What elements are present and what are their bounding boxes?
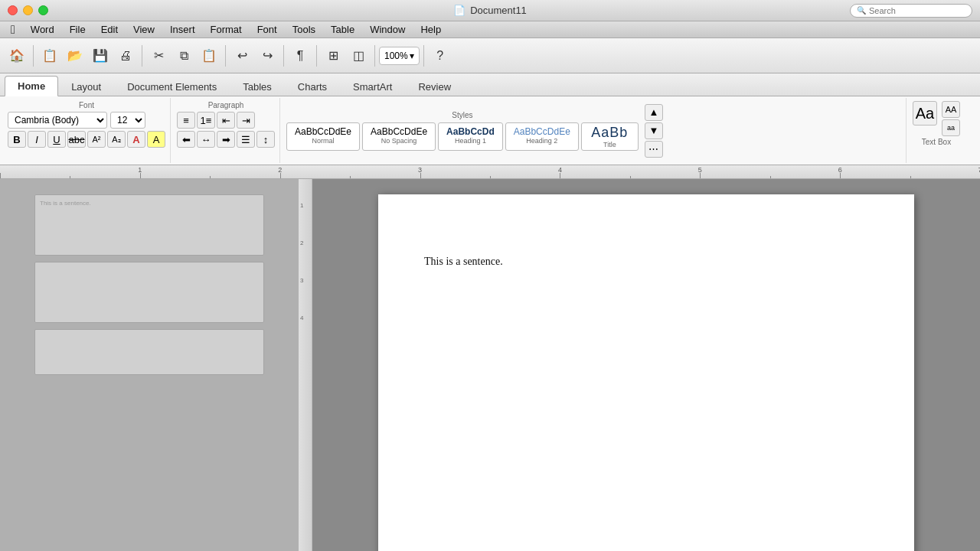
document-content: This is a sentence. — [424, 256, 868, 268]
sidebar-toggle[interactable]: ◫ — [346, 44, 371, 68]
main-area: This is a sentence. 1 2 3 4 This is a se… — [0, 179, 980, 551]
change-styles-button[interactable]: Aa — [913, 101, 937, 126]
open-button[interactable]: 📂 — [63, 44, 87, 68]
view-toggle[interactable]: ⊞ — [321, 44, 345, 68]
textbox-label: Text Box — [922, 138, 951, 146]
font-color-button[interactable]: A — [127, 131, 145, 148]
vruler-4: 4 — [300, 315, 312, 321]
new-button[interactable]: 📋 — [38, 44, 62, 68]
undo-button[interactable]: ↩ — [230, 44, 254, 68]
doc-icon: 📄 — [453, 5, 466, 16]
document-page: This is a sentence. — [378, 194, 914, 551]
tab-smartart[interactable]: SmartArt — [340, 77, 405, 96]
print-button[interactable]: 🖨 — [113, 44, 138, 68]
textbox-icon-row: Aa AA aa — [913, 101, 960, 136]
superscript-button[interactable]: A² — [87, 131, 106, 148]
line-spacing-button[interactable]: ↕ — [256, 131, 275, 148]
tab-charts[interactable]: Charts — [285, 77, 340, 96]
menu-table[interactable]: Table — [325, 23, 361, 36]
search-input[interactable] — [869, 6, 969, 15]
italic-button[interactable]: I — [28, 131, 46, 148]
font-family-select[interactable]: Cambria (Body) — [8, 112, 107, 129]
cut-button[interactable]: ✂ — [146, 44, 171, 68]
style-title[interactable]: AaBb Title — [581, 122, 639, 151]
home-button[interactable]: 🏠 — [5, 44, 29, 68]
font-size-select[interactable]: 12 10 11 14 16 18 24 — [110, 112, 145, 129]
tab-layout[interactable]: Layout — [58, 77, 114, 96]
textbox-inner: Aa AA aa Text Box — [913, 101, 960, 146]
styles-more-button[interactable]: ⋯ — [645, 141, 663, 158]
numbered-list-button[interactable]: 1≡ — [197, 112, 215, 129]
maximize-button[interactable] — [38, 5, 48, 15]
styles-down-button[interactable]: ▼ — [645, 122, 663, 139]
style-no-spacing[interactable]: AaBbCcDdEe No Spacing — [362, 122, 436, 151]
toolbar: 🏠 📋 📂 💾 🖨 ✂ ⧉ 📋 ↩ ↪ ¶ ⊞ ◫ 100% ▾ ? — [0, 38, 980, 73]
strikethrough-button[interactable]: abc — [67, 131, 86, 148]
toolbar-separator-1 — [33, 45, 34, 67]
menu-view[interactable]: View — [127, 23, 161, 36]
bullet-list-button[interactable]: ≡ — [177, 112, 195, 129]
nav-buttons: 🏠 — [5, 44, 29, 68]
subscript-button[interactable]: A₂ — [107, 131, 126, 148]
menu-file[interactable]: File — [64, 23, 92, 36]
ruler-label-4: 2 — [278, 166, 282, 174]
ruler-label-10: 5 — [698, 166, 702, 174]
styles-section: Styles AaBbCcDdEe Normal AaBbCcDdEe No S… — [282, 98, 906, 163]
vruler-3: 3 — [300, 277, 312, 284]
redo-button[interactable]: ↪ — [255, 44, 279, 68]
thumbnail-page-3 — [34, 329, 264, 375]
menu-help[interactable]: Help — [414, 23, 447, 36]
styles-up-button[interactable]: ▲ — [645, 104, 663, 121]
copy-button[interactable]: ⧉ — [172, 44, 196, 68]
toolbar-separator-7 — [423, 45, 424, 67]
search-bar[interactable]: 🔍 — [850, 4, 972, 18]
highlight-button[interactable]: A — [147, 131, 165, 148]
ruler-canvas: 1234567 — [0, 165, 980, 179]
justify-button[interactable]: ☰ — [237, 131, 255, 148]
underline-button[interactable]: U — [47, 131, 66, 148]
tab-home[interactable]: Home — [5, 76, 58, 96]
menu-edit[interactable]: Edit — [95, 23, 124, 36]
menu-format[interactable]: Format — [204, 23, 248, 36]
tab-document-elements[interactable]: Document Elements — [114, 77, 230, 96]
title-text: Document11 — [470, 5, 527, 16]
window-controls[interactable] — [0, 5, 48, 15]
align-center-button[interactable]: ↔ — [197, 131, 215, 148]
menu-insert[interactable]: Insert — [164, 23, 201, 36]
style-normal-preview: AaBbCcDdEe — [295, 126, 351, 137]
close-button[interactable] — [8, 5, 18, 15]
style-heading2[interactable]: AaBbCcDdEe Heading 2 — [505, 122, 579, 151]
tab-review[interactable]: Review — [405, 77, 464, 96]
tab-tables[interactable]: Tables — [230, 77, 285, 96]
menu-font[interactable]: Font — [251, 23, 283, 36]
style-heading1[interactable]: AaBbCcDd Heading 1 — [438, 122, 503, 151]
format-marks-button[interactable]: ¶ — [288, 44, 312, 68]
document-area[interactable]: This is a sentence. — [312, 179, 980, 551]
horizontal-ruler: 1234567 — [0, 165, 980, 179]
indent-decrease-button[interactable]: ⇤ — [217, 112, 235, 129]
zoom-control[interactable]: 100% ▾ — [379, 47, 420, 65]
aa-caps-button[interactable]: AA — [942, 101, 960, 118]
style-normal[interactable]: AaBbCcDdEe Normal — [286, 122, 360, 151]
style-title-preview: AaBb — [590, 125, 630, 141]
aa-small-button[interactable]: aa — [942, 119, 960, 136]
help-button[interactable]: ? — [428, 44, 452, 68]
menu-word[interactable]: Word — [24, 23, 60, 36]
toolbar-separator-4 — [283, 45, 284, 67]
align-left-button[interactable]: ⬅ — [177, 131, 195, 148]
save-button[interactable]: 💾 — [88, 44, 113, 68]
vertical-ruler-marks: 1 2 3 4 — [299, 179, 312, 321]
paste-button[interactable]: 📋 — [197, 44, 221, 68]
menu-window[interactable]: Window — [364, 23, 411, 36]
view-buttons: ⊞ ◫ — [321, 44, 371, 68]
minimize-button[interactable] — [23, 5, 33, 15]
thumbnail-text: This is a sentence. — [35, 195, 263, 211]
menu-bar:  Word File Edit View Insert Format Font… — [0, 21, 980, 38]
apple-menu[interactable]:  — [5, 22, 21, 37]
menu-tools[interactable]: Tools — [286, 23, 322, 36]
style-items: AaBbCcDdEe Normal AaBbCcDdEe No Spacing … — [286, 122, 639, 151]
bold-button[interactable]: B — [8, 131, 26, 148]
paragraph-section: Paragraph ≡ 1≡ ⇤ ⇥ ⬅ ↔ ➡ ☰ ↕ — [172, 98, 280, 163]
align-right-button[interactable]: ➡ — [217, 131, 235, 148]
indent-increase-button[interactable]: ⇥ — [237, 112, 255, 129]
